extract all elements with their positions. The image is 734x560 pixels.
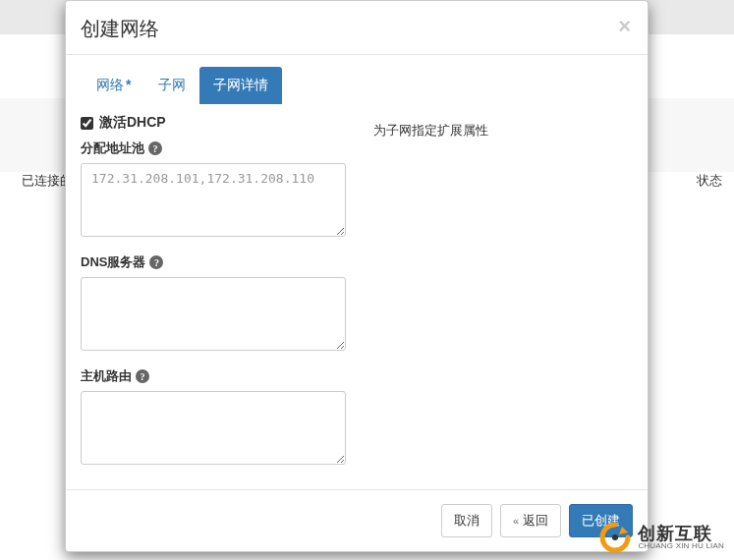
tab-network-label: 网络: [96, 77, 124, 92]
help-icon[interactable]: ?: [136, 369, 149, 383]
host-routes-label: 主机路由: [81, 367, 132, 385]
allocation-pool-label: 分配地址池: [81, 140, 144, 157]
close-icon[interactable]: ×: [616, 16, 633, 37]
back-button-label: 返回: [523, 512, 548, 530]
tab-network[interactable]: 网络*: [83, 67, 144, 104]
tab-subnet-details[interactable]: 子网详情: [199, 67, 282, 104]
logo-en-text: CHUANG XIN HU LIAN: [638, 542, 724, 550]
modal-body: 网络* 子网 子网详情 激活DHCP 分配地址池 ?: [66, 55, 648, 489]
required-asterisk-icon: *: [124, 77, 131, 92]
dns-servers-label: DNS服务器: [81, 253, 145, 271]
modal-footer: 取消 « 返回 已创建: [66, 489, 648, 551]
enable-dhcp-input[interactable]: [81, 117, 93, 130]
logo-cn-text: 创新互联: [638, 525, 724, 542]
back-button[interactable]: « 返回: [500, 504, 561, 537]
modal-title: 创建网络: [81, 16, 616, 42]
tab-subnet[interactable]: 子网: [144, 67, 199, 104]
help-icon[interactable]: ?: [149, 255, 163, 269]
create-network-modal: 创建网络 × 网络* 子网 子网详情 激活DHCP 分配: [65, 0, 649, 552]
help-text: 为子网指定扩展属性: [373, 123, 488, 138]
wizard-tabs: 网络* 子网 子网详情: [81, 67, 633, 114]
allocation-pool-textarea[interactable]: [81, 163, 346, 237]
svg-point-0: [612, 534, 618, 540]
modal-header: 创建网络 ×: [66, 1, 648, 55]
bg-label-right: 状态: [697, 172, 722, 190]
enable-dhcp-label: 激活DHCP: [99, 114, 166, 132]
enable-dhcp-checkbox[interactable]: 激活DHCP: [81, 114, 366, 132]
cancel-button[interactable]: 取消: [441, 504, 492, 537]
brand-logo: 创新互联 CHUANG XIN HU LIAN: [598, 521, 724, 554]
logo-mark-icon: [598, 521, 632, 554]
dns-servers-textarea[interactable]: [81, 277, 346, 351]
host-routes-textarea[interactable]: [81, 391, 346, 465]
tab-subnet-details-label: 子网详情: [213, 77, 268, 92]
tab-subnet-label: 子网: [158, 77, 186, 92]
help-icon[interactable]: ?: [148, 141, 162, 155]
chevron-left-icon: «: [513, 515, 523, 527]
